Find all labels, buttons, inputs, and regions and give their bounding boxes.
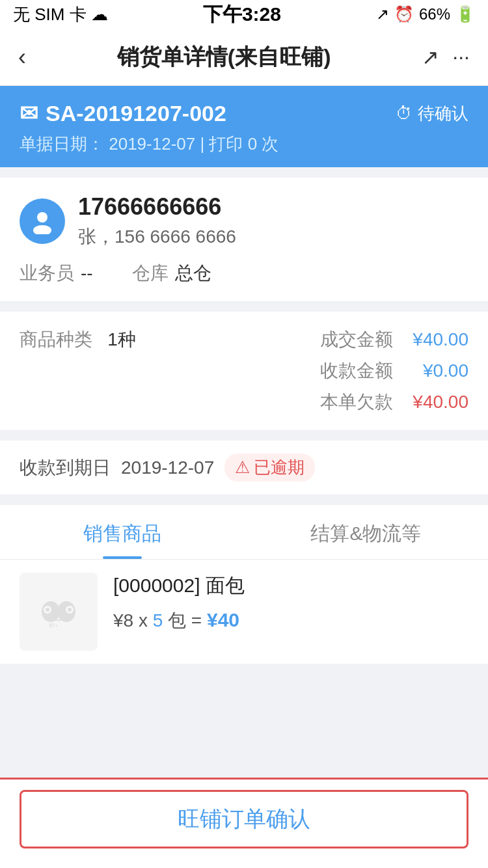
product-code: [0000002]	[113, 575, 200, 596]
sales-value: --	[81, 263, 93, 284]
product-unit: 包	[168, 610, 186, 631]
footer-area	[0, 664, 488, 794]
order-id-row: ✉ SA-20191207-002 ⏱ 待确认	[20, 100, 468, 126]
order-date: 2019-12-07	[109, 134, 195, 154]
share-icon[interactable]: ↗	[422, 45, 439, 70]
overdue-text: 已逾期	[254, 456, 305, 479]
receipt-row: 收款金额 ¥0.00	[320, 359, 468, 383]
table-row: 野+ [0000002] 面包 ¥8 x 5 包 = ¥40	[20, 573, 468, 651]
alarm-icon: ⏰	[394, 5, 414, 23]
back-button[interactable]: ‹	[18, 44, 26, 71]
due-label: 收款到期日	[20, 455, 111, 480]
status-left: 无 SIM 卡 ☁	[13, 3, 108, 26]
product-total: ¥40	[207, 609, 239, 631]
product-price-row: ¥8 x 5 包 = ¥40	[113, 608, 468, 633]
customer-section: 17666666666 张，156 6666 6666 业务员 -- 仓库 总仓	[0, 178, 488, 301]
avatar	[20, 198, 65, 244]
svg-point-7	[68, 608, 72, 612]
svg-point-6	[46, 608, 49, 612]
overdue-badge: ⚠ 已逾期	[224, 454, 315, 481]
product-qty: 5	[153, 610, 163, 631]
deal-row: 成交金额 ¥40.00	[320, 327, 468, 352]
status-time: 下午3:28	[203, 1, 281, 28]
svg-point-0	[37, 212, 47, 223]
overdue-icon: ⚠	[235, 457, 250, 478]
order-banner: ✉ SA-20191207-002 ⏱ 待确认 单据日期： 2019-12-07…	[0, 86, 488, 167]
customer-info: 17666666666 张，156 6666 6666	[78, 193, 236, 249]
product-info: [0000002] 面包 ¥8 x 5 包 = ¥40	[113, 573, 468, 633]
debt-value: ¥40.00	[413, 392, 468, 413]
status-right: ↗ ⏰ 66% 🔋	[376, 5, 475, 23]
customer-meta: 业务员 -- 仓库 总仓	[20, 261, 468, 286]
customer-top: 17666666666 张，156 6666 6666	[20, 193, 468, 249]
summary-section: 商品种类 1种 成交金额 ¥40.00 收款金额 ¥0.00 本单欠款 ¥40.…	[0, 312, 488, 430]
summary-right: 成交金额 ¥40.00 收款金额 ¥0.00 本单欠款 ¥40.00	[320, 327, 468, 414]
debt-label: 本单欠款	[320, 390, 393, 414]
print-info: | 打印 0 次	[200, 134, 278, 154]
due-date: 2019-12-07	[121, 457, 214, 478]
deal-label: 成交金额	[320, 327, 393, 352]
svg-text:野+: 野+	[49, 623, 58, 628]
summary-left: 商品种类 1种	[20, 327, 136, 352]
receipt-label: 收款金额	[320, 359, 393, 383]
category-label: 商品种类	[20, 329, 92, 349]
confirm-btn-wrap: 旺铺订单确认	[0, 778, 488, 868]
tabs-section: 销售商品 结算&物流等 野+	[0, 505, 488, 664]
order-id: ✉ SA-20191207-002	[20, 100, 226, 126]
sales-label: 业务员	[20, 261, 74, 286]
due-section: 收款到期日 2019-12-07 ⚠ 已逾期	[0, 441, 488, 495]
price-separator: x	[139, 610, 153, 631]
customer-phone: 17666666666	[78, 193, 236, 221]
order-icon: ✉	[20, 100, 38, 126]
tabs-header: 销售商品 结算&物流等	[0, 505, 488, 560]
product-thumbnail: 野+	[20, 573, 98, 651]
order-date-row: 单据日期： 2019-12-07 | 打印 0 次	[20, 133, 468, 156]
warehouse-meta: 仓库 总仓	[132, 261, 211, 286]
battery-icon: 🔋	[455, 5, 475, 23]
receipt-value: ¥0.00	[423, 360, 468, 381]
more-icon[interactable]: ···	[452, 45, 470, 69]
category-value: 1种	[107, 329, 136, 349]
product-list: 野+ [0000002] 面包 ¥8 x 5 包 = ¥40	[0, 560, 488, 664]
order-id-text: SA-20191207-002	[46, 101, 226, 126]
nav-actions: ↗ ···	[422, 45, 470, 70]
location-icon: ↗	[376, 5, 389, 23]
order-date-label: 单据日期：	[20, 134, 104, 154]
page-title: 销货单详情(来自旺铺)	[117, 42, 331, 72]
warehouse-label: 仓库	[132, 261, 169, 286]
status-text: 待确认	[418, 102, 468, 125]
confirm-order-button[interactable]: 旺铺订单确认	[20, 790, 468, 848]
deal-value: ¥40.00	[413, 329, 468, 350]
tab-products[interactable]: 销售商品	[0, 505, 244, 559]
customer-name: 张，156 6666 6666	[78, 224, 236, 249]
status-clock-icon: ⏱	[396, 103, 413, 124]
equals-sign: =	[191, 610, 207, 631]
svg-point-1	[33, 225, 51, 234]
product-name-text: 面包	[206, 575, 245, 596]
product-name: [0000002] 面包	[113, 573, 468, 599]
tab-settlement[interactable]: 结算&物流等	[244, 505, 488, 559]
unit-price: ¥8	[113, 610, 133, 631]
status-bar: 无 SIM 卡 ☁ 下午3:28 ↗ ⏰ 66% 🔋	[0, 0, 488, 29]
order-status: ⏱ 待确认	[396, 102, 468, 125]
nav-bar: ‹ 销货单详情(来自旺铺) ↗ ···	[0, 29, 488, 86]
warehouse-value: 总仓	[175, 261, 211, 286]
debt-row: 本单欠款 ¥40.00	[320, 390, 468, 414]
battery-level: 66%	[419, 5, 450, 23]
sales-meta: 业务员 --	[20, 261, 93, 286]
